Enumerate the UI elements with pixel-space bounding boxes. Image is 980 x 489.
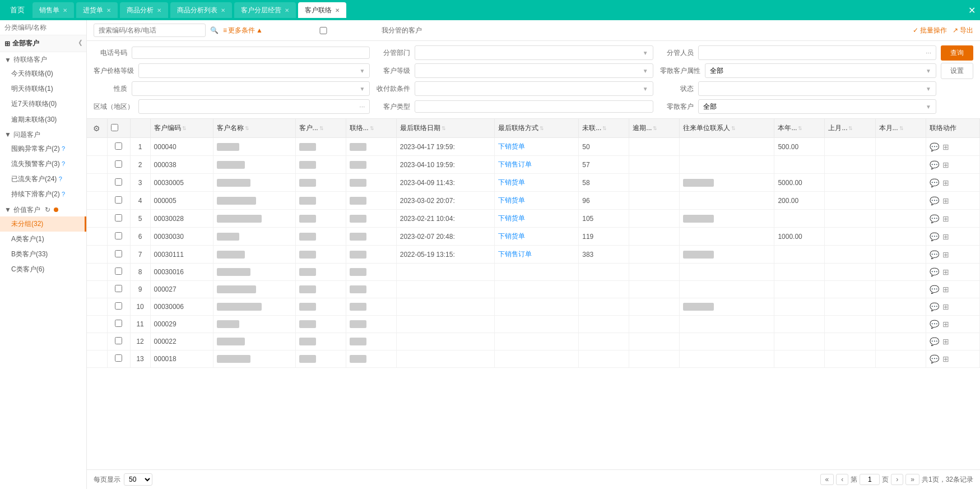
cell-checkbox[interactable] bbox=[107, 264, 130, 281]
grid-action-icon[interactable]: ⊞ bbox=[942, 214, 949, 223]
filter-input-customer-type[interactable] bbox=[415, 100, 653, 113]
filter-more-button[interactable]: ≡ 更多条件 ▲ bbox=[223, 26, 263, 35]
tab-purchase-order[interactable]: 进货单 ✕ bbox=[76, 2, 118, 18]
sidebar-item-class-c[interactable]: C类客户(6) bbox=[0, 262, 86, 277]
grid-action-icon[interactable]: ⊞ bbox=[942, 178, 949, 187]
sort-icon[interactable]: ⇅ bbox=[442, 126, 446, 131]
sidebar-all-customers[interactable]: ⊞ 全部客户 《 bbox=[0, 35, 86, 52]
my-customers-checkbox-label[interactable]: 我分管的客户 bbox=[267, 26, 422, 35]
sidebar-item-warning-lost[interactable]: 流失预警客户(3) ? bbox=[0, 156, 86, 172]
row-checkbox[interactable] bbox=[115, 160, 122, 168]
sort-icon[interactable]: ⇅ bbox=[653, 126, 657, 131]
row-checkbox[interactable] bbox=[115, 302, 122, 310]
sort-icon[interactable]: ⇅ bbox=[848, 126, 853, 131]
message-icon[interactable]: 💬 bbox=[930, 232, 939, 241]
sidebar-search-input[interactable] bbox=[4, 24, 87, 31]
sidebar-item-ungroup[interactable]: 未分组(32) bbox=[0, 216, 86, 232]
page-size-select[interactable]: 20 50 100 bbox=[124, 473, 152, 486]
my-customers-checkbox[interactable] bbox=[267, 27, 379, 34]
sidebar-item-declining[interactable]: 持续下滑客户(2) ? bbox=[0, 187, 86, 202]
last-way-link[interactable]: 下销货单 bbox=[498, 196, 525, 204]
filter-select-retail-customer[interactable]: 全部 ▼ bbox=[698, 99, 936, 114]
query-button[interactable]: 查询 bbox=[941, 45, 973, 61]
tab-customer-segment[interactable]: 客户分层经营 ✕ bbox=[234, 2, 296, 18]
filter-input-phone[interactable] bbox=[132, 47, 370, 59]
message-icon[interactable]: 💬 bbox=[930, 337, 939, 346]
grid-action-icon[interactable]: ⊞ bbox=[942, 196, 949, 205]
close-icon[interactable]: ✕ bbox=[335, 7, 340, 13]
row-checkbox[interactable] bbox=[115, 285, 122, 292]
select-all-checkbox[interactable] bbox=[111, 124, 118, 131]
filter-select-retail-attr[interactable]: 全部 ▼ bbox=[705, 63, 936, 78]
search-input[interactable] bbox=[94, 24, 206, 37]
settings-icon[interactable]: ⚙ bbox=[93, 124, 100, 133]
reset-button[interactable]: 设置 bbox=[941, 63, 973, 79]
row-checkbox[interactable] bbox=[115, 250, 122, 257]
sidebar-item-7day-pending[interactable]: 近7天待联络(0) bbox=[0, 96, 86, 112]
filter-select-payment[interactable]: ▼ bbox=[415, 81, 653, 96]
sidebar-item-class-a[interactable]: A类客户(1) bbox=[0, 232, 86, 247]
cell-checkbox[interactable] bbox=[107, 192, 130, 210]
sort-icon[interactable]: ⇅ bbox=[798, 126, 802, 131]
grid-action-icon[interactable]: ⊞ bbox=[942, 285, 949, 294]
grid-action-icon[interactable]: ⊞ bbox=[942, 267, 949, 276]
tab-customer-contact[interactable]: 客户联络 ✕ bbox=[298, 2, 346, 18]
col-settings[interactable]: ⚙ bbox=[87, 119, 107, 138]
cell-checkbox[interactable] bbox=[107, 156, 130, 174]
row-checkbox[interactable] bbox=[115, 142, 122, 150]
row-checkbox[interactable] bbox=[115, 178, 122, 186]
row-checkbox[interactable] bbox=[115, 196, 122, 204]
row-checkbox[interactable] bbox=[115, 337, 122, 344]
row-checkbox[interactable] bbox=[115, 354, 122, 362]
export-button[interactable]: ↗ 导出 bbox=[953, 26, 973, 35]
search-button[interactable]: 🔍 bbox=[210, 26, 219, 34]
filter-select-status[interactable]: ▼ bbox=[698, 81, 936, 96]
sort-icon[interactable]: ⇅ bbox=[182, 126, 187, 131]
message-icon[interactable]: 💬 bbox=[930, 160, 939, 169]
batch-ops-button[interactable]: ✓ 批量操作 bbox=[913, 26, 947, 35]
message-icon[interactable]: 💬 bbox=[930, 250, 939, 259]
grid-action-icon[interactable]: ⊞ bbox=[942, 250, 949, 259]
refresh-icon[interactable]: ↻ bbox=[45, 206, 50, 214]
row-checkbox[interactable] bbox=[115, 267, 122, 275]
message-icon[interactable]: 💬 bbox=[930, 142, 939, 151]
cell-checkbox[interactable] bbox=[107, 246, 130, 264]
sort-icon[interactable]: ⇅ bbox=[602, 126, 607, 131]
grid-action-icon[interactable]: ⊞ bbox=[942, 320, 949, 329]
last-way-link[interactable]: 下销售订单 bbox=[498, 250, 532, 258]
close-icon[interactable]: ✕ bbox=[157, 7, 161, 13]
filter-select-dept[interactable]: ▼ bbox=[415, 45, 653, 60]
last-way-link[interactable]: 下销货单 bbox=[498, 178, 525, 186]
row-checkbox[interactable] bbox=[115, 214, 122, 222]
filter-select-manager[interactable]: ··· bbox=[698, 45, 936, 60]
cell-checkbox[interactable] bbox=[107, 210, 130, 228]
message-icon[interactable]: 💬 bbox=[930, 214, 939, 223]
grid-action-icon[interactable]: ⊞ bbox=[942, 337, 949, 346]
collapse-icon[interactable]: 《 bbox=[75, 39, 82, 48]
tab-product-analysis-list[interactable]: 商品分析列表 ✕ bbox=[170, 2, 232, 18]
message-icon[interactable]: 💬 bbox=[930, 320, 939, 329]
nav-home[interactable]: 首页 bbox=[4, 5, 30, 15]
sort-icon[interactable]: ⇅ bbox=[540, 126, 544, 131]
sidebar-item-abnormal[interactable]: 囤购异常客户(2) ? bbox=[0, 141, 86, 156]
sidebar-item-today-pending[interactable]: 今天待联络(0) bbox=[0, 66, 86, 81]
message-icon[interactable]: 💬 bbox=[930, 178, 939, 187]
grid-action-icon[interactable]: ⊞ bbox=[942, 160, 949, 169]
cell-checkbox[interactable] bbox=[107, 316, 130, 333]
sort-icon[interactable]: ⇅ bbox=[899, 126, 904, 131]
tab-sales-order[interactable]: 销售单 ✕ bbox=[32, 2, 74, 18]
row-checkbox[interactable] bbox=[115, 320, 122, 327]
sidebar-item-class-b[interactable]: B类客户(33) bbox=[0, 247, 86, 262]
message-icon[interactable]: 💬 bbox=[930, 354, 939, 363]
cell-checkbox[interactable] bbox=[107, 298, 130, 316]
last-way-link[interactable]: 下销货单 bbox=[498, 232, 525, 240]
sidebar-item-tomorrow-pending[interactable]: 明天待联络(1) bbox=[0, 81, 86, 96]
cell-checkbox[interactable] bbox=[107, 174, 130, 192]
sidebar-item-lost[interactable]: 已流失客户(24) ? bbox=[0, 172, 86, 187]
grid-action-icon[interactable]: ⊞ bbox=[942, 232, 949, 241]
close-icon[interactable]: ✕ bbox=[106, 7, 111, 13]
filter-select-region[interactable]: ··· bbox=[138, 99, 370, 114]
sort-icon[interactable]: ⇅ bbox=[319, 126, 324, 131]
page-number-input[interactable] bbox=[860, 474, 880, 485]
tab-product-analysis[interactable]: 商品分析 ✕ bbox=[120, 2, 168, 18]
